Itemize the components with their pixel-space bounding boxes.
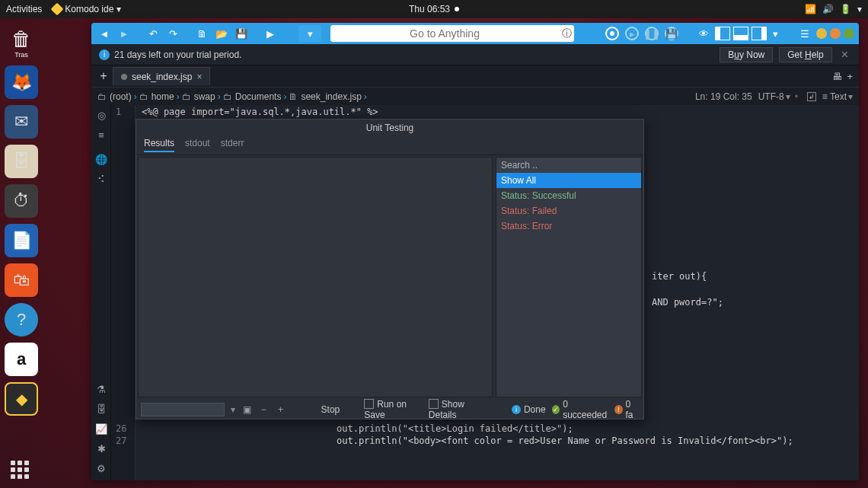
chevron-right-icon: › bbox=[177, 91, 180, 102]
print-button[interactable]: 🖶 bbox=[832, 71, 842, 82]
chevron-down-icon: ▾ bbox=[116, 4, 121, 14]
system-tray[interactable]: 📶 🔊 🔋 ▾ bbox=[805, 4, 862, 14]
ubuntu-software-launcher[interactable]: 🛍 bbox=[5, 263, 38, 297]
target-icon[interactable]: ◎ bbox=[91, 105, 111, 125]
app-menu[interactable]: Komodo ide ▾ bbox=[53, 4, 121, 14]
chart-icon[interactable]: 📈 bbox=[91, 419, 111, 439]
hamburger-menu-button[interactable]: ☰ bbox=[796, 25, 813, 42]
main-toolbar: ◄ ► ↶ ↷ 🗎 📂 💾 ▶ ▾ ⓘ ▸ ❚❚ 💾 👁 ▾ ☰ bbox=[91, 23, 859, 44]
app-menu-label: Komodo ide bbox=[65, 4, 113, 14]
buy-now-button[interactable]: Buy Now bbox=[720, 47, 773, 62]
filter-failed[interactable]: Status: Failed bbox=[496, 203, 641, 218]
run-on-save-checkbox[interactable]: Run on Save bbox=[364, 399, 423, 420]
close-banner-button[interactable]: × bbox=[838, 48, 851, 62]
filter-successful[interactable]: Status: Successful bbox=[496, 188, 641, 203]
goto-anything-field[interactable]: ⓘ bbox=[330, 25, 574, 42]
align-icon[interactable]: ≡ bbox=[91, 125, 111, 145]
globe-icon[interactable]: 🌐 bbox=[91, 149, 111, 169]
new-tab-button[interactable]: + bbox=[94, 69, 113, 83]
pane-bottom-button[interactable] bbox=[733, 27, 748, 40]
done-status: iDone bbox=[512, 404, 546, 415]
pane-left-button[interactable] bbox=[715, 27, 730, 40]
delete-config-button[interactable]: ▣ bbox=[241, 403, 252, 416]
remove-config-button[interactable]: − bbox=[258, 403, 269, 416]
firefox-launcher[interactable]: 🦊 bbox=[5, 65, 38, 99]
nav-back-button[interactable]: ◄ bbox=[96, 25, 113, 42]
battery-icon: 🔋 bbox=[840, 4, 851, 14]
breadcrumb-seg[interactable]: 🗀Documents bbox=[223, 91, 282, 102]
amazon-launcher[interactable]: a bbox=[5, 343, 38, 376]
test-config-dropdown[interactable] bbox=[141, 403, 225, 416]
tab-results[interactable]: Results bbox=[144, 138, 174, 152]
clock[interactable]: Thu 06:53 bbox=[409, 4, 459, 14]
dock: 🗑 Tras 🦊 ✉ 🗄 ⏱ 📄 🛍 ? a ◆ bbox=[0, 18, 43, 488]
folder-icon: 🗀 bbox=[97, 91, 107, 102]
gear-icon[interactable]: ⚙ bbox=[91, 458, 111, 478]
encoding-label[interactable]: UTF-8 bbox=[758, 91, 784, 102]
rhythmbox-launcher[interactable]: ⏱ bbox=[5, 184, 38, 218]
filter-show-all[interactable]: Show All bbox=[496, 173, 641, 188]
save-button[interactable]: 💾 bbox=[233, 25, 250, 42]
os-top-bar: Activities Komodo ide ▾ Thu 06:53 📶 🔊 🔋 … bbox=[0, 0, 868, 18]
breadcrumb-seg[interactable]: 🗎seek_index.jsp bbox=[289, 91, 361, 102]
ut-footer: ▾ ▣ − + Stop Run on Save Show Details iD… bbox=[136, 399, 643, 420]
close-tab-button[interactable]: × bbox=[196, 72, 202, 82]
tab-stderr[interactable]: stderr bbox=[221, 138, 244, 152]
komodo-launcher[interactable]: ◆ bbox=[5, 382, 38, 416]
filter-search[interactable]: Search .. bbox=[496, 158, 641, 173]
trash-icon[interactable]: 🗑 Tras bbox=[5, 26, 38, 59]
chevron-down-icon[interactable]: ▾ bbox=[786, 91, 790, 102]
redo-button[interactable]: ↷ bbox=[164, 25, 181, 42]
save-macro-button[interactable]: 💾 bbox=[665, 27, 678, 40]
flask-icon[interactable]: ⚗ bbox=[91, 379, 111, 399]
play-macro-button[interactable]: ▸ bbox=[625, 27, 639, 40]
nav-forward-button[interactable]: ► bbox=[116, 25, 132, 42]
activities-button[interactable]: Activities bbox=[6, 4, 42, 14]
trash-label: Tras bbox=[14, 51, 28, 59]
chevron-down-icon[interactable]: ▾ bbox=[231, 404, 235, 415]
thunderbird-launcher[interactable]: ✉ bbox=[5, 105, 38, 139]
cursor-position: Ln: 19 Col: 35 bbox=[695, 91, 752, 102]
get-help-button[interactable]: Get Help bbox=[779, 47, 831, 62]
open-file-button[interactable]: 📂 bbox=[213, 25, 230, 42]
files-launcher[interactable]: 🗄 bbox=[5, 145, 38, 178]
line-ending-icon[interactable]: ↲ bbox=[807, 92, 816, 101]
db-icon[interactable]: 🗄 bbox=[91, 399, 111, 419]
status-green-icon bbox=[844, 28, 854, 39]
breadcrumb-seg[interactable]: 🗀home bbox=[139, 91, 174, 102]
info-icon: i bbox=[99, 49, 110, 60]
trial-banner: i 21 days left on your trial period. Buy… bbox=[91, 44, 859, 65]
file-mode-label[interactable]: ≡ Text bbox=[822, 91, 847, 102]
add-tab-button[interactable]: + bbox=[847, 71, 853, 82]
chevron-down-icon: ▾ bbox=[857, 4, 862, 14]
wifi-icon: 📶 bbox=[805, 4, 816, 14]
show-details-checkbox[interactable]: Show Details bbox=[429, 399, 487, 420]
new-file-button[interactable]: 🗎 bbox=[193, 25, 210, 42]
add-config-button[interactable]: + bbox=[275, 403, 286, 416]
komodo-icon bbox=[51, 3, 64, 16]
libreoffice-writer-launcher[interactable]: 📄 bbox=[5, 224, 38, 257]
undo-button[interactable]: ↶ bbox=[145, 25, 161, 42]
file-tab-label: seek_index.jsp bbox=[132, 72, 192, 82]
run-button[interactable]: ▶ bbox=[262, 25, 279, 42]
toggle-focus-mode-button[interactable]: 👁 bbox=[695, 25, 712, 42]
results-list[interactable] bbox=[138, 157, 493, 397]
share-icon[interactable]: ⠪ bbox=[91, 169, 111, 189]
snowflake-icon[interactable]: ✱ bbox=[91, 439, 111, 458]
goto-anything-input[interactable] bbox=[330, 27, 559, 40]
file-tab[interactable]: seek_index.jsp × bbox=[113, 67, 210, 85]
chevron-down-icon[interactable]: ▾ bbox=[773, 28, 778, 40]
stop-button[interactable]: Stop bbox=[321, 404, 340, 415]
filter-error[interactable]: Status: Error bbox=[496, 218, 641, 234]
toolbar-dropdown[interactable]: ▾ bbox=[298, 25, 321, 42]
tab-stdout[interactable]: stdout bbox=[185, 138, 210, 152]
breadcrumb-seg[interactable]: 🗀(root) bbox=[97, 91, 132, 102]
breadcrumb-seg[interactable]: 🗀swap bbox=[182, 91, 215, 102]
help-launcher[interactable]: ? bbox=[5, 303, 38, 336]
show-applications-button[interactable] bbox=[11, 461, 29, 479]
pane-right-button[interactable] bbox=[752, 27, 767, 40]
pause-macro-button[interactable]: ❚❚ bbox=[645, 27, 659, 40]
chevron-down-icon[interactable]: ▾ bbox=[848, 91, 853, 102]
editor-pane[interactable]: 1 <%@ page import="java.sql.*,java.util.… bbox=[111, 105, 859, 480]
record-macro-button[interactable] bbox=[605, 27, 619, 40]
